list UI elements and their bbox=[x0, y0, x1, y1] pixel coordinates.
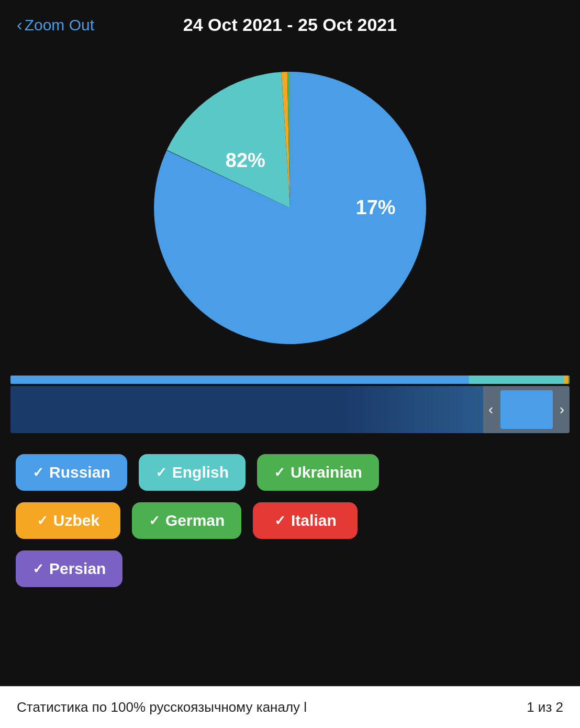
nav-next-button[interactable]: › bbox=[560, 401, 564, 418]
bar-uzbek bbox=[564, 376, 567, 384]
lang-row-3: ✓ Persian bbox=[16, 550, 564, 587]
nav-bar-fill bbox=[10, 386, 483, 433]
main-content: ‹ Zoom Out 24 Oct 2021 - 25 Oct 2021 bbox=[0, 0, 580, 686]
bar-russian bbox=[10, 376, 469, 384]
check-icon-uzbek: ✓ bbox=[37, 513, 48, 529]
nav-prev-button[interactable]: ‹ bbox=[488, 401, 493, 418]
lang-label-english: English bbox=[172, 464, 229, 481]
lang-button-persian[interactable]: ✓ Persian bbox=[16, 550, 122, 587]
bar-stack bbox=[10, 376, 570, 384]
check-icon-italian: ✓ bbox=[274, 513, 286, 529]
lang-label-persian: Persian bbox=[49, 560, 106, 578]
nav-blue-block bbox=[500, 390, 553, 429]
footer-text: Статистика по 100% русскоязычному каналу… bbox=[17, 699, 307, 715]
navigation-row: ‹ › bbox=[10, 386, 570, 433]
bar-chart-area: ‹ › bbox=[10, 376, 570, 433]
check-icon-russian: ✓ bbox=[32, 465, 44, 481]
header: ‹ Zoom Out 24 Oct 2021 - 25 Oct 2021 bbox=[0, 0, 580, 46]
chevron-left-icon: ‹ bbox=[17, 15, 23, 35]
lang-label-german: German bbox=[165, 512, 225, 530]
bar-english bbox=[469, 376, 564, 384]
footer: Статистика по 100% русскоязычному каналу… bbox=[0, 686, 580, 728]
bar-ukrainian bbox=[568, 376, 570, 384]
chart-container: 82% 17% bbox=[0, 46, 580, 376]
pie-chart: 82% 17% bbox=[143, 61, 437, 355]
lang-button-uzbek[interactable]: ✓ Uzbek bbox=[16, 502, 120, 539]
lang-button-ukrainian[interactable]: ✓ Ukrainian bbox=[257, 454, 379, 491]
lang-button-english[interactable]: ✓ English bbox=[139, 454, 246, 491]
footer-pages: 1 из 2 bbox=[527, 699, 563, 715]
pie-label-17: 17% bbox=[356, 196, 396, 219]
lang-row-1: ✓ Russian ✓ English ✓ Ukrainian bbox=[16, 454, 564, 491]
zoom-out-label: Zoom Out bbox=[25, 16, 94, 34]
language-buttons: ✓ Russian ✓ English ✓ Ukrainian ✓ Uzbek … bbox=[0, 449, 580, 603]
lang-label-russian: Russian bbox=[49, 464, 110, 481]
lang-row-2: ✓ Uzbek ✓ German ✓ Italian bbox=[16, 502, 564, 539]
lang-label-italian: Italian bbox=[291, 512, 337, 530]
lang-label-uzbek: Uzbek bbox=[53, 512, 99, 530]
check-icon-german: ✓ bbox=[149, 513, 160, 529]
date-range: 24 Oct 2021 - 25 Oct 2021 bbox=[183, 15, 397, 35]
lang-label-ukrainian: Ukrainian bbox=[291, 464, 362, 481]
zoom-out-button[interactable]: ‹ Zoom Out bbox=[17, 15, 94, 35]
lang-button-russian[interactable]: ✓ Russian bbox=[16, 454, 127, 491]
pie-label-82: 82% bbox=[226, 149, 265, 172]
check-icon-persian: ✓ bbox=[32, 561, 44, 577]
nav-right-panel: ‹ › bbox=[483, 386, 570, 433]
lang-button-german[interactable]: ✓ German bbox=[132, 502, 241, 539]
lang-button-italian[interactable]: ✓ Italian bbox=[253, 502, 358, 539]
check-icon-english: ✓ bbox=[155, 465, 167, 481]
check-icon-ukrainian: ✓ bbox=[274, 465, 285, 481]
